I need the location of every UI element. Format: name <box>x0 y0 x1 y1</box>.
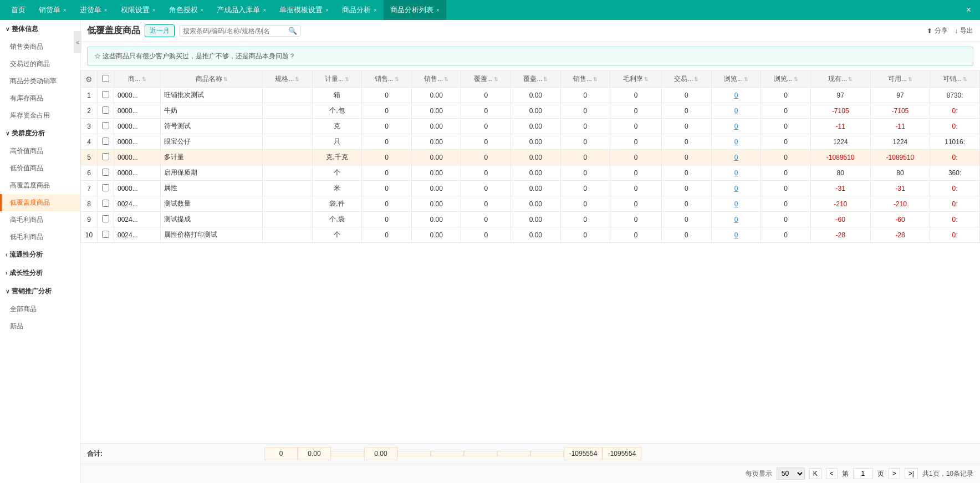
sidebar-item-high-coverage[interactable]: 高覆盖度商品 <box>0 177 80 194</box>
row-select-checkbox[interactable] <box>102 184 109 191</box>
row-checkbox[interactable] <box>98 212 114 227</box>
prev-page-button[interactable]: < <box>826 468 838 479</box>
row-browse1[interactable]: 0 <box>711 212 761 227</box>
nav-product-storage[interactable]: 产成品入库单 × <box>210 0 273 20</box>
row-checkbox[interactable] <box>98 181 114 196</box>
col-code-header[interactable]: 商...⇅ <box>114 71 161 88</box>
col-unit-header[interactable]: 计量...⇅ <box>312 71 362 88</box>
col-browse1-header[interactable]: 浏览...⇅ <box>711 71 761 88</box>
sidebar-item-low-margin[interactable]: 低毛利商品 <box>0 228 80 246</box>
close-icon[interactable]: × <box>152 7 156 13</box>
col-name-header[interactable]: 商品名称⇅ <box>160 71 262 88</box>
row-select-checkbox[interactable] <box>102 153 109 160</box>
row-checkbox[interactable] <box>98 88 114 103</box>
sidebar-collapse-button[interactable]: « <box>74 31 81 53</box>
nav-purchase-order[interactable]: 进货单 × <box>73 0 114 20</box>
sidebar-item-high-value[interactable]: 高价值商品 <box>0 143 80 160</box>
row-browse1[interactable]: 0 <box>711 150 761 165</box>
row-select-checkbox[interactable] <box>102 106 109 114</box>
sidebar-item-traded-products[interactable]: 交易过的商品 <box>0 55 80 73</box>
close-icon[interactable]: × <box>325 7 329 13</box>
first-page-button[interactable]: K <box>809 468 821 479</box>
col-saleable-header[interactable]: 可销...⇅ <box>930 71 980 88</box>
sidebar-item-category-turnover[interactable]: 商品分类动销率 <box>0 73 80 90</box>
settings-icon[interactable]: ⚙ <box>85 75 93 84</box>
sidebar-item-low-coverage[interactable]: 低覆盖度商品 <box>0 194 80 211</box>
col-browse2-header[interactable]: 浏览...⇅ <box>761 71 811 88</box>
row-sales-other: 0 <box>560 88 610 103</box>
row-select-checkbox[interactable] <box>102 200 109 207</box>
nav-product-analysis[interactable]: 商品分析 × <box>335 0 384 20</box>
row-spec <box>263 103 313 119</box>
row-browse1[interactable]: 0 <box>711 88 761 103</box>
col-sales-amt-header[interactable]: 销售...⇅ <box>411 71 461 88</box>
row-browse1[interactable]: 0 <box>711 165 761 181</box>
row-select-checkbox[interactable] <box>102 138 109 145</box>
col-trade-header[interactable]: 交易...⇅ <box>662 71 712 88</box>
nav-template-settings[interactable]: 单据模板设置 × <box>273 0 335 20</box>
sidebar-section-cluster[interactable]: ∨ 类群度分析 <box>0 124 80 143</box>
row-select-checkbox[interactable] <box>102 122 109 129</box>
search-input[interactable] <box>183 27 288 35</box>
next-page-button[interactable]: > <box>889 468 900 479</box>
nav-product-analysis-list[interactable]: 商品分析列表 × <box>384 0 446 20</box>
row-checkbox[interactable] <box>98 119 114 134</box>
row-select-checkbox[interactable] <box>102 215 109 222</box>
row-browse1[interactable]: 0 <box>711 227 761 243</box>
col-spec-header[interactable]: 规格...⇅ <box>263 71 313 88</box>
close-icon[interactable]: × <box>201 7 204 13</box>
close-icon[interactable]: × <box>104 7 108 13</box>
close-icon[interactable]: × <box>374 7 377 13</box>
close-icon[interactable]: × <box>63 7 67 13</box>
sidebar-item-sales-products[interactable]: 销售类商品 <box>0 38 80 55</box>
page-size-select[interactable]: 50 100 200 <box>777 467 805 480</box>
row-browse1[interactable]: 0 <box>711 196 761 212</box>
sidebar-section-liquidity[interactable]: › 流通性分析 <box>0 246 80 264</box>
sidebar-item-in-stock[interactable]: 有库存商品 <box>0 90 80 107</box>
close-icon[interactable]: × <box>263 7 266 13</box>
row-select-checkbox[interactable] <box>102 91 109 98</box>
sidebar-item-high-margin[interactable]: 高毛利商品 <box>0 211 80 228</box>
col-settings[interactable]: ⚙ <box>81 71 98 88</box>
row-checkbox[interactable] <box>98 196 114 212</box>
row-checkbox[interactable] <box>98 227 114 243</box>
row-checkbox[interactable] <box>98 134 114 150</box>
row-select-checkbox[interactable] <box>102 231 109 238</box>
sidebar-section-growth[interactable]: › 成长性分析 <box>0 264 80 282</box>
row-browse1[interactable]: 0 <box>711 134 761 150</box>
row-browse1[interactable]: 0 <box>711 119 761 134</box>
sidebar-item-inventory-capital[interactable]: 库存资金占用 <box>0 107 80 124</box>
row-checkbox[interactable] <box>98 165 114 181</box>
col-sales-other-header[interactable]: 销售...⇅ <box>560 71 610 88</box>
col-gross-margin-header[interactable]: 毛利率⇅ <box>610 71 662 88</box>
page-number-input[interactable] <box>853 468 873 479</box>
col-coverage2-header[interactable]: 覆盖...⇅ <box>511 71 561 88</box>
row-code: 0024... <box>114 196 161 212</box>
share-button[interactable]: ⬆ 分享 <box>927 26 948 35</box>
last-page-button[interactable]: >| <box>905 468 918 479</box>
sidebar-item-new-products[interactable]: 新品 <box>0 318 80 335</box>
col-coverage1-header[interactable]: 覆盖...⇅ <box>461 71 511 88</box>
col-sales-qty-header[interactable]: 销售...⇅ <box>362 71 412 88</box>
close-icon[interactable]: × <box>436 7 440 13</box>
col-available-header[interactable]: 可用...⇅ <box>870 71 930 88</box>
nav-permission-settings[interactable]: 权限设置 × <box>114 0 162 20</box>
sidebar-section-marketing[interactable]: ∨ 营销推广分析 <box>0 282 80 301</box>
sidebar-item-all-products[interactable]: 全部商品 <box>0 301 80 318</box>
select-all-checkbox[interactable] <box>102 75 109 82</box>
row-browse1[interactable]: 0 <box>711 181 761 196</box>
row-coverage1: 0 <box>461 212 511 227</box>
row-browse1[interactable]: 0 <box>711 103 761 119</box>
close-all-button[interactable]: × <box>962 5 976 15</box>
row-checkbox[interactable] <box>98 150 114 165</box>
nav-role-auth[interactable]: 角色授权 × <box>162 0 211 20</box>
row-checkbox[interactable] <box>98 103 114 119</box>
row-select-checkbox[interactable] <box>102 169 109 176</box>
export-button[interactable]: ↓ 导出 <box>955 26 973 35</box>
nav-sales-order[interactable]: 销货单 × <box>32 0 73 20</box>
sidebar-item-low-value[interactable]: 低价值商品 <box>0 160 80 177</box>
period-button[interactable]: 近一月 <box>145 24 175 37</box>
col-current-header[interactable]: 现有...⇅ <box>810 71 870 88</box>
sidebar-section-overall[interactable]: ∨ 整体信息 <box>0 20 80 38</box>
nav-home[interactable]: 首页 <box>4 0 32 20</box>
